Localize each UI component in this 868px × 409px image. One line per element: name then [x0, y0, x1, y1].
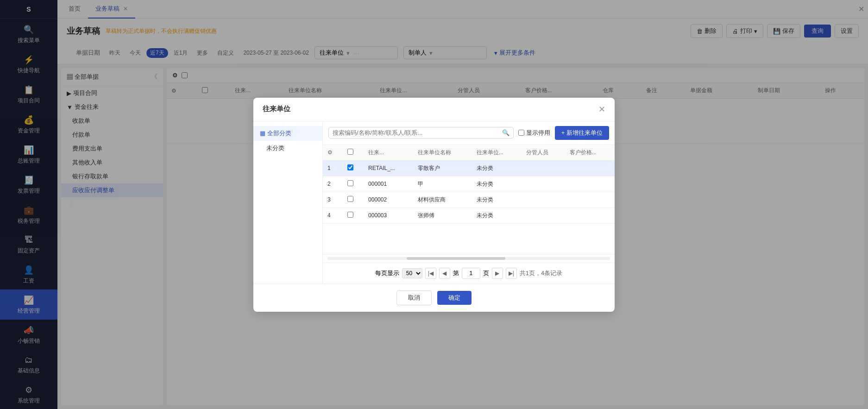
total-info: 共1页，4条记录 [520, 269, 562, 277]
modal-tree-all-label: 全部分类 [267, 129, 291, 138]
modal-table-row[interactable]: 3 000002 材料供应商 未分类 [323, 192, 615, 208]
row-checkbox[interactable] [343, 192, 364, 208]
row-index: 3 [323, 192, 343, 208]
row-category: 未分类 [472, 176, 522, 192]
row-category: 未分类 [472, 192, 522, 208]
new-partner-button[interactable]: + 新增往来单位 [555, 126, 609, 140]
row-checkbox[interactable] [343, 176, 364, 192]
modal-close-button[interactable]: ✕ [598, 104, 605, 114]
row-index: 2 [323, 176, 343, 192]
modal-table: ⚙ 往来... 往来单位名称 往来单位... 分管人员 客户价格... 1 [323, 145, 615, 224]
partner-modal: 往来单位 ✕ ▦ 全部分类 未分类 《 [253, 98, 615, 312]
row-manager [522, 176, 565, 192]
cancel-button[interactable]: 取消 [396, 290, 432, 305]
per-page-select[interactable]: 50 [402, 268, 422, 278]
row-manager [522, 160, 565, 176]
modal-header: 往来单位 ✕ [253, 98, 615, 121]
row-index: 1 [323, 160, 343, 176]
row-manager [522, 208, 565, 223]
modal-col-code: 往来... [364, 145, 413, 161]
modal-right-content: 🔍 显示停用 + 新增往来单位 ⚙ [323, 121, 615, 283]
modal-col-price: 客户价格... [565, 145, 615, 161]
prev-page-button[interactable]: ◀ [439, 268, 450, 279]
show-disabled-label[interactable]: 显示停用 [518, 129, 550, 137]
modal-col-settings: ⚙ [323, 145, 343, 161]
row-name: 材料供应商 [413, 192, 472, 208]
modal-tree-all[interactable]: ▦ 全部分类 [253, 126, 322, 141]
row-category: 未分类 [472, 208, 522, 223]
row-name: 零散客户 [413, 160, 472, 176]
modal-search-input[interactable] [333, 129, 499, 136]
modal-search-box[interactable]: 🔍 [328, 127, 514, 138]
row-category: 未分类 [472, 160, 522, 176]
row-price-cat [565, 176, 615, 192]
show-disabled-text: 显示停用 [526, 129, 550, 137]
modal-footer: 取消 确定 [253, 283, 615, 312]
row-price-cat [565, 208, 615, 223]
grid-icon: ▦ [260, 130, 265, 137]
modal-col-checkbox [343, 145, 364, 161]
modal-tree-uncat-label: 未分类 [266, 144, 284, 152]
modal-table-row[interactable]: 2 000001 甲 未分类 [323, 176, 615, 192]
modal-table-row[interactable]: 4 000003 张师傅 未分类 [323, 208, 615, 223]
horizontal-scrollbar[interactable] [407, 257, 506, 260]
row-code: 000001 [364, 176, 413, 192]
page-input[interactable] [462, 268, 480, 279]
row-name: 张师傅 [413, 208, 472, 223]
show-disabled-checkbox[interactable] [518, 130, 524, 136]
modal-col-category: 往来单位... [472, 145, 522, 161]
page-label: 第 [453, 269, 459, 277]
search-icon: 🔍 [502, 129, 509, 136]
next-page-button[interactable]: ▶ [492, 268, 503, 279]
last-page-button[interactable]: ▶| [506, 268, 517, 279]
row-code: RETAIL_... [364, 160, 413, 176]
row-price-cat [565, 192, 615, 208]
first-page-button[interactable]: |◀ [425, 268, 436, 279]
modal-col-name: 往来单位名称 [413, 145, 472, 161]
row-name: 甲 [413, 176, 472, 192]
confirm-button[interactable]: 确定 [437, 291, 472, 305]
modal-col-manager: 分管人员 [522, 145, 565, 161]
row-price-cat [565, 160, 615, 176]
modal-toolbar: 🔍 显示停用 + 新增往来单位 [323, 121, 615, 145]
row-manager [522, 192, 565, 208]
row-checkbox[interactable] [343, 160, 364, 176]
modal-select-all[interactable] [347, 149, 353, 155]
modal-title: 往来单位 [263, 105, 290, 113]
modal-body: ▦ 全部分类 未分类 《 🔍 [253, 121, 615, 283]
row-index: 4 [323, 208, 343, 223]
modal-category-tree: ▦ 全部分类 未分类 《 [253, 121, 323, 283]
row-checkbox[interactable] [343, 208, 364, 223]
row-code: 000003 [364, 208, 413, 223]
per-page-label: 每页显示 [375, 269, 399, 277]
modal-pagination: 每页显示 50 |◀ ◀ 第 页 ▶ ▶| 共1页，4条记录 [323, 263, 615, 283]
modal-table-row[interactable]: 1 RETAIL_... 零散客户 未分类 [323, 160, 615, 176]
row-code: 000002 [364, 192, 413, 208]
modal-overlay[interactable]: 往来单位 ✕ ▦ 全部分类 未分类 《 [0, 0, 868, 409]
modal-table-wrap: ⚙ 往来... 往来单位名称 往来单位... 分管人员 客户价格... 1 [323, 145, 615, 254]
page-suffix: 页 [483, 269, 489, 277]
modal-tree-uncategorized[interactable]: 未分类 [260, 141, 322, 156]
